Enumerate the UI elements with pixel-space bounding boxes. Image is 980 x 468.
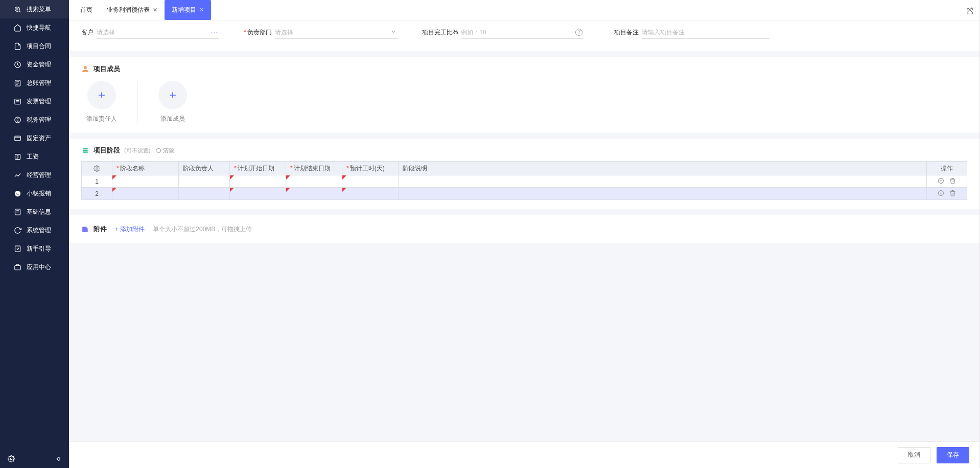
cell-owner[interactable] bbox=[179, 175, 230, 187]
table-row[interactable]: 1 bbox=[82, 175, 926, 187]
tax-icon bbox=[13, 116, 21, 124]
tab[interactable]: 业务利润预估表✕ bbox=[100, 0, 165, 20]
svg-point-24 bbox=[10, 458, 12, 460]
department-input[interactable] bbox=[275, 29, 398, 36]
cell-start[interactable] bbox=[230, 188, 286, 199]
cell-start[interactable] bbox=[230, 175, 286, 187]
tab[interactable]: 首页 bbox=[73, 0, 100, 20]
customer-input[interactable] bbox=[97, 29, 219, 36]
gauge-icon bbox=[13, 60, 21, 69]
sidebar-item-salary[interactable]: 工资 bbox=[0, 147, 69, 166]
field-complete: 项目完工比% ? bbox=[422, 26, 584, 39]
table-row[interactable]: 2 bbox=[82, 187, 926, 199]
add-row-icon[interactable] bbox=[938, 190, 944, 198]
section-members: 项目成员 添加责任人 添加成员 bbox=[69, 57, 979, 132]
tab-label: 首页 bbox=[80, 6, 92, 14]
sidebar-item-search[interactable]: 搜索菜单 bbox=[0, 0, 69, 18]
field-customer: 客户 ··· bbox=[81, 26, 219, 39]
save-button[interactable]: 保存 bbox=[937, 447, 969, 463]
ledger-icon bbox=[13, 79, 21, 87]
stages-icon bbox=[81, 146, 89, 154]
cell-name[interactable] bbox=[112, 175, 179, 187]
stage-table: *阶段名称 阶段负责人 *计划开始日期 *计划结束日期 *预计工时(天) 阶段说… bbox=[81, 161, 967, 200]
cell-end[interactable] bbox=[286, 188, 342, 199]
cell-name[interactable] bbox=[112, 188, 179, 199]
cell-desc[interactable] bbox=[399, 188, 926, 199]
row-index: 2 bbox=[82, 188, 112, 199]
section-stages: 项目阶段 (可不设置) 清除 bbox=[69, 139, 979, 209]
th-hours: 预计工时(天) bbox=[350, 164, 385, 173]
delete-row-icon[interactable] bbox=[949, 190, 956, 198]
sidebar-item-apps[interactable]: 应用中心 bbox=[0, 258, 69, 276]
fullscreen-icon[interactable] bbox=[964, 5, 976, 17]
add-responsible-col: 添加责任人 bbox=[86, 81, 117, 123]
sidebar-item-system[interactable]: 系统管理 bbox=[0, 221, 69, 239]
remark-input[interactable] bbox=[642, 29, 769, 36]
sidebar-item-label: 基础信息 bbox=[27, 208, 51, 216]
bottom-spacer bbox=[69, 243, 979, 437]
close-icon[interactable]: ✕ bbox=[199, 7, 204, 13]
add-row-icon[interactable] bbox=[938, 177, 944, 186]
section-attachments: 附件 + 添加附件 单个大小不超过200MB，可拖拽上传 bbox=[69, 215, 979, 243]
more-icon[interactable]: ··· bbox=[211, 28, 218, 36]
cell-desc[interactable] bbox=[399, 175, 926, 187]
th-name: 阶段名称 bbox=[120, 164, 145, 173]
asset-icon bbox=[13, 134, 21, 142]
search-icon bbox=[13, 5, 21, 13]
settings-icon[interactable] bbox=[7, 455, 15, 463]
cell-end[interactable] bbox=[286, 175, 342, 187]
complete-input[interactable] bbox=[461, 29, 584, 36]
table-row-op bbox=[927, 175, 967, 187]
complete-label: 项目完工比% bbox=[422, 28, 458, 37]
remark-label: 项目备注 bbox=[614, 28, 639, 37]
attachment-hint: 单个大小不超过200MB，可拖拽上传 bbox=[153, 225, 252, 234]
sidebar-item-invoice[interactable]: 发票管理 bbox=[0, 92, 69, 110]
add-attachment-button[interactable]: + 添加附件 bbox=[115, 225, 145, 234]
add-member-button[interactable] bbox=[158, 81, 187, 109]
biz-icon bbox=[13, 171, 21, 179]
chevron-down-icon[interactable] bbox=[390, 28, 396, 36]
sidebar-item-info[interactable]: 基础信息 bbox=[0, 203, 69, 221]
stage-header-row: *阶段名称 阶段负责人 *计划开始日期 *计划结束日期 *预计工时(天) 阶段说… bbox=[82, 162, 926, 175]
sidebar-item-asset[interactable]: 固定资产 bbox=[0, 129, 69, 147]
sidebar-item-gauge[interactable]: 资金管理 bbox=[0, 55, 69, 74]
sidebar-item-label: 总账管理 bbox=[27, 79, 51, 87]
sidebar-item-guide[interactable]: 新手引导 bbox=[0, 239, 69, 258]
sidebar-item-tax[interactable]: 税务管理 bbox=[0, 110, 69, 129]
cell-owner[interactable] bbox=[179, 188, 230, 199]
tab-label: 业务利润预估表 bbox=[107, 6, 150, 14]
svg-point-32 bbox=[96, 167, 98, 169]
add-responsible-button[interactable] bbox=[87, 81, 116, 109]
department-label: 负责部门 bbox=[247, 29, 272, 36]
cancel-button[interactable]: 取消 bbox=[898, 447, 930, 463]
reimburse-icon: G bbox=[13, 189, 21, 197]
sidebar-item-label: 应用中心 bbox=[27, 263, 51, 272]
collapse-icon[interactable] bbox=[54, 455, 62, 463]
sidebar-item-file[interactable]: 项目合同 bbox=[0, 37, 69, 55]
sidebar-item-biz[interactable]: 经营管理 bbox=[0, 166, 69, 184]
tab-label: 新增项目 bbox=[172, 6, 196, 14]
stages-clear-button[interactable]: 清除 bbox=[156, 147, 174, 153]
sidebar-item-label: 新手引导 bbox=[27, 244, 51, 253]
close-icon[interactable]: ✕ bbox=[153, 7, 157, 13]
sidebar-item-ledger[interactable]: 总账管理 bbox=[0, 74, 69, 92]
svg-rect-14 bbox=[14, 136, 20, 141]
apps-icon bbox=[13, 263, 21, 271]
help-icon[interactable]: ? bbox=[575, 29, 582, 36]
field-department: *负责部门 bbox=[244, 26, 398, 39]
members-icon bbox=[81, 65, 89, 73]
row-index: 1 bbox=[82, 175, 112, 187]
sidebar: 搜索菜单快捷导航项目合同资金管理总账管理发票管理税务管理固定资产工资经营管理G小… bbox=[0, 0, 69, 468]
cell-hours[interactable] bbox=[342, 188, 399, 199]
content-area: 客户 ··· *负责部门 bbox=[69, 20, 979, 468]
sidebar-item-reimburse[interactable]: G小畅报销 bbox=[0, 184, 69, 203]
delete-row-icon[interactable] bbox=[949, 177, 956, 186]
table-row-op bbox=[927, 187, 967, 199]
cell-hours[interactable] bbox=[342, 175, 399, 187]
sidebar-item-home[interactable]: 快捷导航 bbox=[0, 18, 69, 37]
svg-rect-23 bbox=[14, 265, 20, 270]
tab[interactable]: 新增项目✕ bbox=[165, 0, 211, 20]
attachments-title: 附件 bbox=[94, 225, 107, 234]
main-column: 首页业务利润预估表✕新增项目✕ 客户 ··· bbox=[69, 0, 980, 468]
stage-settings-header[interactable] bbox=[82, 162, 112, 175]
